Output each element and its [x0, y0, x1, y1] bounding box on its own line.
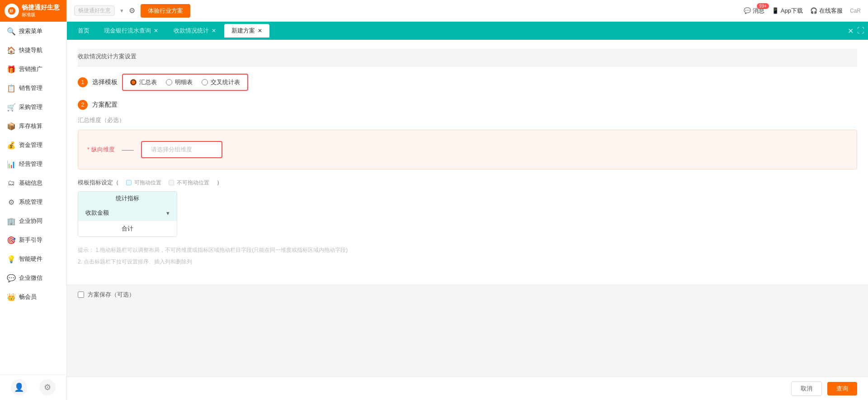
metrics-table-header: 统计指标	[78, 192, 177, 205]
sidebar-item-marketing[interactable]: 🎁 营销推广	[0, 60, 66, 79]
radio-cross-input[interactable]	[202, 79, 208, 85]
tab-new-plan-label: 新建方案	[231, 27, 255, 35]
industry-solution-button[interactable]: 体验行业方案	[141, 4, 190, 18]
download-icon: 📱	[772, 7, 779, 14]
metrics-total-row: 合计	[78, 221, 177, 236]
close-window-icon[interactable]: ✕	[848, 27, 854, 35]
sidebar-item-finance[interactable]: 💰 资金管理	[0, 136, 66, 155]
chevron-down-icon[interactable]: ▾	[166, 210, 170, 216]
svg-text:好: 好	[9, 9, 14, 13]
fullscreen-icon[interactable]: ⛶	[857, 27, 864, 35]
dimension-arrow: ——	[122, 146, 134, 153]
sidebar-item-operation[interactable]: 📊 经营管理	[0, 155, 66, 174]
message-badge: 99+	[757, 3, 769, 9]
sidebar-label-wechat: 企业微信	[19, 274, 42, 282]
save-option-section: 方案保存（可选）	[67, 285, 868, 304]
movable-dot	[126, 180, 132, 185]
metrics-table-header-label: 统计指标	[116, 195, 139, 202]
tab-cashflow[interactable]: 现金银行流水查询 ✕	[97, 24, 165, 38]
user-info[interactable]: CaR	[850, 8, 861, 14]
radio-summary[interactable]: 汇总表	[130, 78, 157, 86]
tab-collection[interactable]: 收款情况统计 ✕	[166, 24, 223, 38]
inventory-icon: 📦	[7, 122, 15, 130]
hint-close-label: ）	[217, 179, 222, 187]
footer: 取消 查询	[67, 376, 868, 400]
message-button[interactable]: 💬 消息 99+	[744, 7, 764, 15]
step2-num: 2	[78, 100, 88, 110]
metrics-section: 模板指标设定（ 可拖动位置 不可拖动位置 ）	[78, 179, 857, 238]
chevron-down-icon[interactable]: ▾	[120, 7, 123, 14]
sidebar-item-enterprise[interactable]: 🏢 企业协同	[0, 212, 66, 231]
finance-icon: 💰	[7, 141, 15, 149]
sidebar-item-hardware[interactable]: 💡 智能硬件	[0, 249, 66, 268]
save-checkbox[interactable]	[78, 292, 84, 298]
tab-new-plan[interactable]: 新建方案 ✕	[224, 24, 269, 38]
sidebar-item-member[interactable]: 👑 畅会员	[0, 287, 66, 306]
sidebar-item-basic[interactable]: 🗂 基础信息	[0, 174, 66, 193]
sidebar-label-system: 系统管理	[19, 198, 42, 206]
sidebar-bottom-icon1[interactable]: 👤	[11, 379, 27, 395]
sidebar-item-inventory[interactable]: 📦 库存核算	[0, 117, 66, 136]
sidebar-item-wechat[interactable]: 💬 企业微信	[0, 268, 66, 287]
app-logo: 好 畅捷通好生意 标准版	[0, 0, 66, 22]
operation-icon: 📊	[7, 160, 15, 168]
topbar-breadcrumb: 畅捷通好生意	[74, 5, 115, 16]
sidebar-label-search: 搜索菜单	[19, 27, 42, 35]
step2-section: 2 方案配置 汇总维度（必选） * 纵向维度 —— 请选择分组维度	[78, 100, 857, 267]
step2-title: 方案配置	[92, 101, 118, 109]
metrics-table: 统计指标 收款金额 ▾ 合计	[78, 191, 177, 237]
step1-num: 1	[78, 77, 88, 87]
page-title: 收款情况统计方案设置	[78, 53, 137, 60]
tabs-right-actions: ✕ ⛶	[848, 27, 864, 35]
tab-home[interactable]: 首页	[71, 24, 97, 38]
sidebar-label-quicknav: 快捷导航	[19, 46, 42, 54]
sidebar-label-inventory: 库存核算	[19, 122, 42, 130]
sidebar-bottom-icon2[interactable]: ⚙	[39, 379, 56, 395]
tab-cashflow-close-icon[interactable]: ✕	[154, 28, 158, 34]
dimension-select[interactable]: 请选择分组维度	[141, 141, 222, 158]
sidebar-item-guide[interactable]: 🎯 新手引导	[0, 231, 66, 249]
basic-icon: 🗂	[7, 179, 15, 187]
sidebar-label-finance: 资金管理	[19, 141, 42, 149]
tab-cashflow-label: 现金银行流水查询	[104, 27, 151, 35]
sidebar-item-quicknav[interactable]: 🏠 快捷导航	[0, 41, 66, 60]
tab-collection-label: 收款情况统计	[174, 27, 209, 35]
sidebar-label-basic: 基础信息	[19, 179, 42, 187]
radio-summary-input[interactable]	[130, 79, 137, 85]
tab-collection-close-icon[interactable]: ✕	[212, 28, 216, 34]
main-area: 畅捷通好生意 ▾ ⚙ 体验行业方案 💬 消息 99+ 📱 App下载 🎧 在线客…	[67, 0, 868, 400]
save-option-label: 方案保存（可选）	[88, 291, 135, 299]
app-download-link[interactable]: 📱 App下载	[772, 7, 803, 15]
template-radio-group: 汇总表 明细表 交叉统计表	[122, 74, 248, 91]
radio-cross[interactable]: 交叉统计表	[202, 78, 240, 86]
sidebar-item-system[interactable]: ⚙ 系统管理	[0, 193, 66, 212]
query-button[interactable]: 查询	[827, 382, 857, 395]
hint-movable: 可拖动位置	[126, 179, 161, 187]
radio-detail-input[interactable]	[166, 79, 172, 85]
step1-section: 1 选择模板 汇总表 明细表 交叉统计表	[78, 74, 857, 91]
tab-bar: 首页 现金银行流水查询 ✕ 收款情况统计 ✕ 新建方案 ✕ ✕ ⛶	[67, 22, 868, 40]
tip-2: 2. 点击标题栏下拉可设置排序、插入列和删除列	[78, 257, 857, 267]
online-service-link[interactable]: 🎧 在线客服	[810, 7, 843, 15]
metrics-header-row: 模板指标设定（ 可拖动位置 不可拖动位置 ）	[78, 179, 857, 187]
hint-fixed-label: 不可拖动位置	[177, 179, 209, 187]
cancel-button[interactable]: 取消	[791, 381, 822, 396]
sidebar-item-search[interactable]: 🔍 搜索菜单	[0, 22, 66, 41]
tab-new-plan-close-icon[interactable]: ✕	[258, 28, 262, 34]
wechat-icon: 💬	[7, 274, 15, 282]
search-icon: 🔍	[7, 27, 15, 35]
dimension-label: 汇总维度（必选）	[78, 116, 857, 124]
sidebar-label-operation: 经营管理	[19, 160, 42, 168]
metrics-col1[interactable]: 收款金额 ▾	[78, 205, 177, 221]
logo-icon: 好	[5, 4, 19, 18]
tip-1: 提示： 1.拖动标题栏可以调整布局，不可跨维度或指标区域拖动栏目字段(只能在同一…	[78, 245, 857, 255]
tips-section: 提示： 1.拖动标题栏可以调整布局，不可跨维度或指标区域拖动栏目字段(只能在同一…	[78, 245, 857, 267]
message-icon: 💬	[744, 7, 751, 14]
metrics-total-label: 合计	[122, 225, 133, 232]
service-label: 在线客服	[819, 7, 843, 15]
sidebar-item-purchase[interactable]: 🛒 采购管理	[0, 98, 66, 117]
gear-icon[interactable]: ⚙	[129, 6, 135, 15]
dimension-area: * 纵向维度 —— 请选择分组维度	[78, 130, 857, 169]
radio-detail[interactable]: 明细表	[166, 78, 193, 86]
sidebar-item-sales[interactable]: 📋 销售管理	[0, 79, 66, 98]
